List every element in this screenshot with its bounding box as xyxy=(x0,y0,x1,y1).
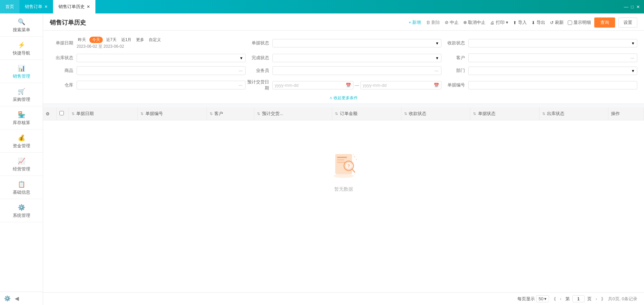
th-payment-status[interactable]: ⇅ 收款状态 xyxy=(401,107,470,120)
sidebar-item-inventory[interactable]: 🏪 库存核算 xyxy=(0,106,43,129)
show-details-checkbox[interactable] xyxy=(568,21,572,25)
th-customer[interactable]: ⇅ 客户 xyxy=(207,107,254,120)
tab-sales-order-close[interactable]: ✕ xyxy=(44,4,48,9)
page-number-input[interactable]: 1 xyxy=(572,295,585,302)
salesperson-dots-btn[interactable]: ··· xyxy=(434,68,438,73)
order-status-chevron: ▾ xyxy=(436,41,438,46)
sidebar-item-base-info[interactable]: 📋 基础信息 xyxy=(0,176,43,199)
filter-date-cell: 单据日期 昨天 今天 近7天 近1月 更多 自定义 2023-06-02 至 2… xyxy=(50,35,246,51)
refresh-button[interactable]: ↺ 刷新 xyxy=(549,18,564,27)
warehouse-dots-btn[interactable]: ··· xyxy=(239,82,243,88)
order-number-input[interactable] xyxy=(471,83,634,88)
expected-date-to[interactable]: yyyy-mm-dd xyxy=(363,83,434,88)
svg-rect-4 xyxy=(337,162,346,163)
main-layout: 🔍 搜索菜单 ⚡ 快捷导航 📊 销售管理 🛒 采购管理 🏪 库存核算 💰 资金管… xyxy=(0,13,644,305)
sidebar-item-finance[interactable]: 💰 资金管理 xyxy=(0,129,43,153)
sidebar-item-base-info-label: 基础信息 xyxy=(13,189,30,195)
sort-delivery-status-icon[interactable]: ⇅ xyxy=(542,112,545,116)
purchase-mgmt-icon: 🛒 xyxy=(18,88,25,95)
svg-line-7 xyxy=(352,169,355,172)
sort-order-status-icon[interactable]: ⇅ xyxy=(473,112,476,116)
collapse-sidebar-icon[interactable]: ◀ xyxy=(15,295,19,302)
department-select[interactable]: ▾ xyxy=(468,67,637,75)
shortcut-last-month[interactable]: 近1月 xyxy=(120,37,133,43)
calendar-to-icon[interactable]: 📅 xyxy=(434,83,439,88)
export-button[interactable]: ⬇ 导出 xyxy=(531,18,546,27)
sidebar-item-sales-mgmt[interactable]: 📊 销售管理 xyxy=(0,60,43,83)
shortcut-last7[interactable]: 近7天 xyxy=(105,37,118,43)
complete-status-label: 完成状态 xyxy=(246,55,272,61)
th-order-status[interactable]: ⇅ 单据状态 xyxy=(470,107,540,120)
toolbar: + 新增 🗑 删除 ⊘ 中止 ⊗ 取消中止 🖨 🖨 打印 打印 ▾ ⬆ 导入 ⬇… xyxy=(408,17,637,28)
shortcut-custom[interactable]: 自定义 xyxy=(147,37,162,43)
th-delivery-status[interactable]: ⇅ 出库状态 xyxy=(539,107,608,120)
first-page-btn[interactable]: ⟪ xyxy=(552,296,557,302)
sales-mgmt-icon: 📊 xyxy=(18,65,25,72)
sort-amount-icon[interactable]: ⇅ xyxy=(335,112,338,116)
import-button[interactable]: ⬆ 导入 xyxy=(512,18,527,27)
sidebar-item-search-menu[interactable]: 🔍 搜索菜单 xyxy=(0,13,43,37)
show-details-checkbox-label[interactable]: 显示明细 xyxy=(568,20,591,26)
sort-customer-icon[interactable]: ⇅ xyxy=(210,112,213,116)
last-page-btn[interactable]: ⟫ xyxy=(600,296,605,302)
sort-expected-date-icon[interactable]: ⇅ xyxy=(257,112,260,116)
data-table: ⚙ ⇅ 单据日期 ⇅ 单据编号 xyxy=(43,107,644,120)
sidebar-item-operations[interactable]: 📈 经营管理 xyxy=(0,153,43,176)
sidebar-item-purchase-mgmt[interactable]: 🛒 采购管理 xyxy=(0,83,43,106)
close-icon[interactable]: ✕ xyxy=(636,4,640,9)
customer-dots-btn[interactable]: ··· xyxy=(630,55,634,61)
maximize-icon[interactable]: □ xyxy=(631,4,634,9)
sort-date-icon[interactable]: ⇅ xyxy=(72,112,75,116)
shortcut-yesterday[interactable]: 昨天 xyxy=(77,37,87,43)
tab-sales-order-history-close[interactable]: ✕ xyxy=(87,4,90,9)
minimize-icon[interactable]: — xyxy=(624,4,628,9)
tab-sales-order-history[interactable]: 销售订单历史 ✕ xyxy=(53,0,95,13)
date-shortcuts: 昨天 今天 近7天 近1月 更多 自定义 xyxy=(77,37,162,43)
svg-point-0 xyxy=(334,174,354,178)
complete-status-select[interactable]: ▾ xyxy=(272,54,441,62)
shortcut-more[interactable]: 更多 xyxy=(135,37,145,43)
customer-label: 客户 xyxy=(441,55,468,61)
select-all-checkbox[interactable] xyxy=(59,111,64,115)
total-text: 共0页, 0条记录 xyxy=(608,296,637,302)
query-button[interactable]: 查询 xyxy=(594,17,615,28)
payment-status-select[interactable]: ▾ xyxy=(468,39,637,47)
shortcut-today[interactable]: 今天 xyxy=(89,37,103,43)
page-size-dropdown[interactable]: 50 ▾ xyxy=(536,295,549,302)
order-status-select[interactable]: ▾ xyxy=(272,39,441,47)
th-customer-label: 客户 xyxy=(214,111,223,116)
sidebar-item-search-menu-label: 搜索菜单 xyxy=(13,27,30,33)
print-button[interactable]: 🖨 🖨 打印 打印 ▾ xyxy=(489,18,509,27)
calendar-from-icon[interactable]: 📅 xyxy=(346,83,351,88)
prev-page-btn[interactable]: ‹ xyxy=(559,296,563,302)
th-payment-status-label: 收款状态 xyxy=(409,111,426,116)
new-button[interactable]: + 新增 xyxy=(408,18,422,27)
delete-button[interactable]: 🗑 删除 xyxy=(425,18,441,27)
product-dots-btn[interactable]: ··· xyxy=(239,68,243,73)
settings-button[interactable]: 设置 xyxy=(618,17,637,28)
collapse-bar[interactable]: ∧ 收起更多条件 xyxy=(50,93,637,104)
th-checkbox[interactable] xyxy=(56,107,69,120)
th-date[interactable]: ⇅ 单据日期 xyxy=(69,107,138,120)
tab-home[interactable]: 首页 xyxy=(0,0,19,13)
th-number[interactable]: ⇅ 单据编号 xyxy=(138,107,207,120)
tab-sales-order[interactable]: 销售订单 ✕ xyxy=(19,0,53,13)
next-page-btn[interactable]: › xyxy=(594,296,598,302)
department-chevron: ▾ xyxy=(632,68,634,73)
th-amount[interactable]: ⇅ 订单金额 xyxy=(332,107,401,120)
th-expected-date[interactable]: ⇅ 预计交货... xyxy=(254,107,332,120)
cancel-suspend-button[interactable]: ⊗ 取消中止 xyxy=(463,18,486,27)
content-area: 销售订单历史 + 新增 🗑 删除 ⊘ 中止 ⊗ 取消中止 🖨 🖨 打印 打印 ▾… xyxy=(43,13,644,305)
delivery-status-select[interactable]: ▾ xyxy=(77,54,246,62)
sort-payment-status-icon[interactable]: ⇅ xyxy=(404,112,407,116)
sort-number-icon[interactable]: ⇅ xyxy=(140,112,143,116)
sidebar-item-sys-mgmt[interactable]: ⚙️ 系统管理 xyxy=(0,199,43,222)
export-icon: ⬇ xyxy=(531,20,535,25)
expected-date-from[interactable]: yyyy-mm-dd xyxy=(275,83,346,88)
suspend-button[interactable]: ⊘ 中止 xyxy=(444,18,459,27)
th-settings[interactable]: ⚙ xyxy=(43,107,56,120)
settings-bottom-icon[interactable]: ⚙️ xyxy=(4,295,11,302)
settings-gear-icon[interactable]: ⚙ xyxy=(46,111,50,116)
payment-status-label: 收款状态 xyxy=(441,40,468,46)
sidebar-item-quick-nav[interactable]: ⚡ 快捷导航 xyxy=(0,37,43,60)
